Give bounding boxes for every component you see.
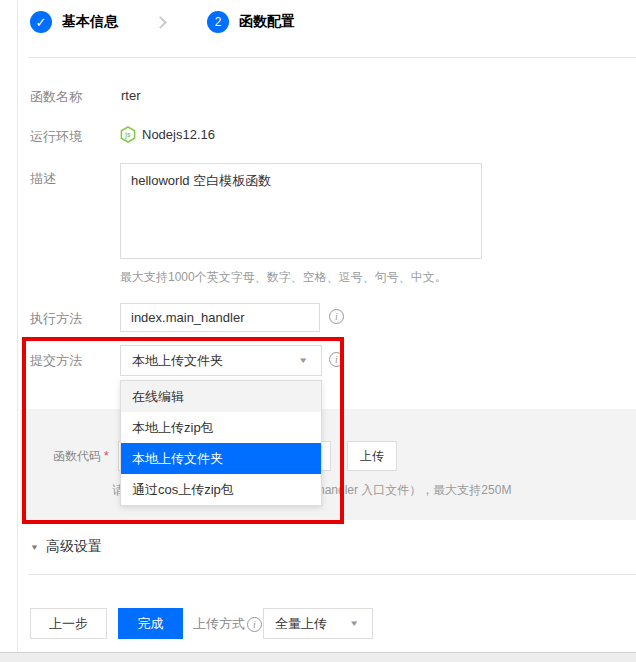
advanced-settings-toggle[interactable]: ▼ 高级设置 [30, 538, 102, 556]
advanced-settings-label: 高级设置 [46, 538, 102, 556]
page-edge-line [17, 0, 18, 652]
submit-method-selected-value: 本地上传文件夹 [121, 352, 301, 370]
description-hint: 最大支持1000个英文字母、数字、空格、逗号、句号、中文。 [120, 269, 447, 286]
submit-method-select[interactable]: 本地上传文件夹 ▼ [120, 345, 322, 376]
step-indicator: ✓ 基本信息 2 函数配置 [30, 11, 295, 33]
svg-text:js: js [124, 131, 131, 139]
caret-down-icon: ▼ [349, 619, 375, 628]
function-name-label: 函数名称 [30, 88, 82, 106]
menu-item-upload-zip[interactable]: 本地上传zip包 [121, 412, 321, 443]
footer-divider [28, 574, 636, 575]
upload-mode-label-row: 上传方式 i [193, 615, 262, 633]
page-bottom-edge [0, 652, 636, 662]
submit-method-dropdown-menu: 在线编辑 本地上传zip包 本地上传文件夹 通过cos上传zip包 [120, 380, 322, 506]
required-asterisk: * [104, 449, 109, 463]
info-icon[interactable]: i [329, 309, 344, 324]
chevron-right-icon [154, 16, 167, 29]
step2-label: 函数配置 [239, 13, 295, 31]
finish-button[interactable]: 完成 [118, 608, 183, 639]
function-name-value: rter [121, 88, 141, 103]
check-icon: ✓ [36, 16, 47, 29]
upload-mode-label: 上传方式 [193, 615, 245, 633]
info-icon[interactable]: i [329, 352, 344, 367]
previous-step-button[interactable]: 上一步 [30, 608, 107, 639]
step2-circle: 2 [207, 11, 229, 33]
menu-item-cos-zip[interactable]: 通过cos上传zip包 [121, 474, 321, 505]
upload-mode-select[interactable]: 全量上传 ▼ [263, 608, 373, 639]
info-icon[interactable]: i [247, 617, 262, 632]
step2-number: 2 [215, 15, 222, 29]
code-hint-right-fragment: handler 入口文件），最大支持250M [318, 482, 511, 499]
description-label: 描述 [30, 170, 56, 188]
menu-item-upload-folder[interactable]: 本地上传文件夹 [121, 443, 321, 474]
step1-done-circle: ✓ [30, 11, 52, 33]
caret-down-icon: ▼ [30, 543, 39, 552]
submit-method-label: 提交方法 [30, 352, 82, 370]
runtime-value: Nodejs12.16 [142, 127, 215, 142]
runtime-value-row: js Nodejs12.16 [120, 126, 215, 143]
handler-label: 执行方法 [30, 310, 82, 328]
step1-label: 基本信息 [62, 13, 118, 31]
runtime-label: 运行环境 [30, 128, 82, 146]
description-textarea[interactable]: helloworld 空白模板函数 [120, 163, 482, 259]
upload-button[interactable]: 上传 [347, 441, 397, 471]
function-code-label: 函数代码* [53, 448, 109, 465]
menu-item-online-edit[interactable]: 在线编辑 [121, 381, 321, 412]
caret-down-icon: ▼ [298, 356, 324, 365]
header-divider [28, 57, 636, 58]
nodejs-icon: js [120, 126, 136, 143]
handler-input[interactable] [120, 303, 320, 332]
upload-mode-selected-value: 全量上传 [264, 615, 352, 633]
